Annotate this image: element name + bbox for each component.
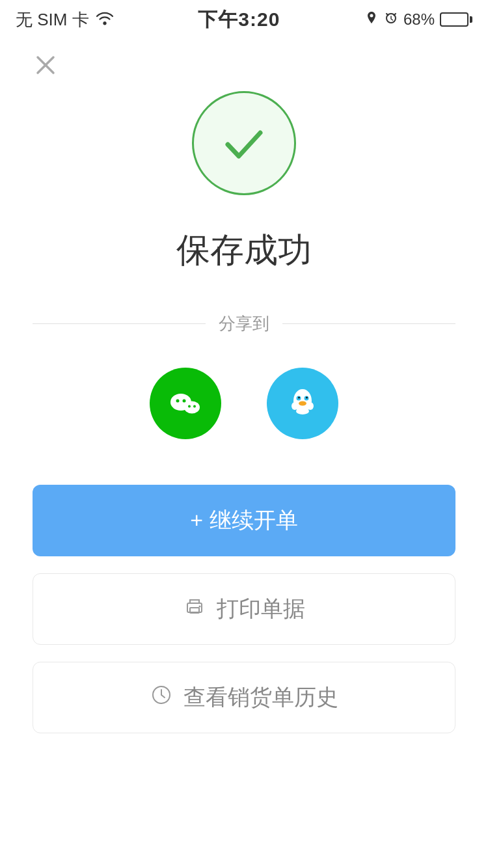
divider-left [33,323,206,324]
action-buttons: + 继续开单 打印单据 查看销货单历史 [33,485,455,733]
share-divider: 分享到 [33,312,455,335]
svg-point-4 [184,401,200,414]
svg-point-17 [296,408,309,414]
close-button[interactable] [26,46,65,85]
svg-point-15 [291,402,298,410]
sim-text: 无 SIM 卡 [16,8,89,31]
status-bar: 无 SIM 卡 下午3:20 68% [0,0,488,39]
history-button[interactable]: 查看销货单历史 [33,662,455,733]
main-content: 保存成功 分享到 [0,39,488,733]
svg-point-6 [183,400,186,403]
alarm-icon [384,10,398,29]
history-icon [150,683,173,712]
svg-point-8 [193,405,196,408]
status-right: 68% [364,10,472,29]
svg-point-20 [199,606,201,608]
continue-order-label: + 继续开单 [190,506,297,536]
success-circle [192,91,296,195]
svg-point-7 [188,405,191,408]
history-label: 查看销货单历史 [183,683,338,712]
print-icon [183,595,206,623]
wechat-share-button[interactable] [150,368,221,439]
svg-point-13 [306,397,308,399]
svg-point-16 [307,402,314,410]
battery-percent: 68% [403,10,435,29]
status-left: 无 SIM 卡 [16,8,114,31]
svg-point-12 [298,397,300,399]
divider-label: 分享到 [219,312,269,335]
wifi-icon [96,10,114,30]
status-time: 下午3:20 [198,7,280,33]
location-icon [364,10,379,29]
svg-point-14 [299,401,306,406]
print-button[interactable]: 打印单据 [33,573,455,645]
divider-right [282,323,455,324]
qq-share-button[interactable] [267,368,338,439]
svg-point-5 [176,400,180,403]
share-icons [150,368,338,439]
success-title: 保存成功 [176,228,312,273]
print-label: 打印单据 [217,594,305,624]
battery-icon [440,12,472,27]
continue-order-button[interactable]: + 继续开单 [33,485,455,556]
